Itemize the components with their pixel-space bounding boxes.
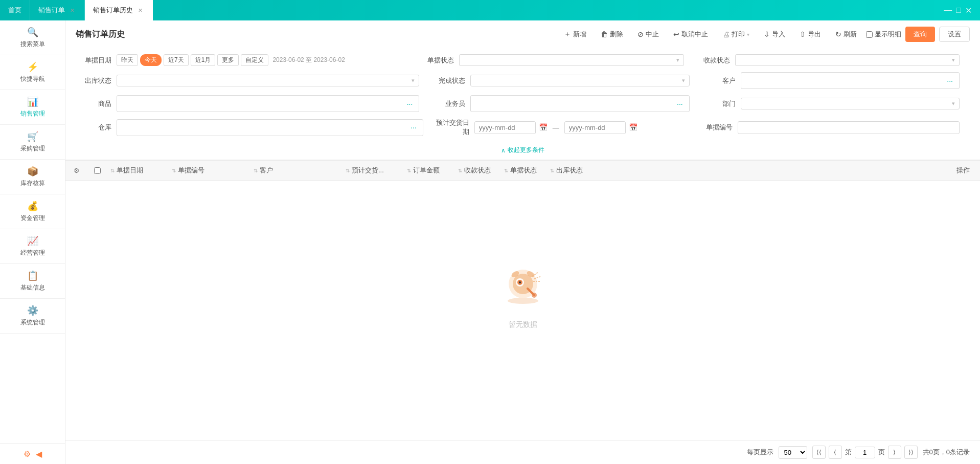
status-select[interactable]: ▾ bbox=[459, 54, 683, 66]
th-checkbox[interactable] bbox=[88, 167, 106, 174]
sidebar-item-finance[interactable]: 💰 资金管理 bbox=[0, 194, 65, 229]
sidebar-item-quicknav[interactable]: ⚡ 快捷导航 bbox=[0, 55, 65, 90]
new-button[interactable]: ＋ 新增 bbox=[559, 28, 591, 41]
date-btn-yesterday[interactable]: 昨天 bbox=[117, 54, 138, 66]
th-customer[interactable]: ⇅ 客户 bbox=[249, 166, 341, 175]
th-sort-customer-icon: ⇅ bbox=[254, 168, 258, 173]
th-num[interactable]: ⇅ 单据编号 bbox=[168, 166, 249, 175]
delete-button[interactable]: 🗑 删除 bbox=[596, 28, 628, 41]
minimize-icon[interactable]: — bbox=[944, 6, 952, 15]
refresh-button[interactable]: ↻ 刷新 bbox=[830, 28, 862, 41]
th-amount[interactable]: ⇅ 订单金额 bbox=[403, 166, 454, 175]
salesman-label: 业务员 bbox=[429, 99, 470, 108]
first-page-button[interactable]: ⟨⟨ bbox=[812, 446, 826, 459]
salesman-input[interactable] bbox=[475, 98, 675, 109]
collapse-sidebar-icon[interactable]: ◀ bbox=[36, 449, 42, 459]
settings-bottom-icon[interactable]: ⚙ bbox=[24, 449, 31, 459]
date-btn-custom[interactable]: 自定义 bbox=[241, 54, 268, 66]
ship-status-arrow-icon: ▾ bbox=[412, 77, 415, 84]
customer-dots-icon[interactable]: ··· bbox=[945, 77, 955, 85]
calendar-to-icon[interactable]: 📅 bbox=[629, 123, 637, 131]
sidebar-item-inventory[interactable]: 📦 库存核算 bbox=[0, 160, 65, 194]
cancel-stop-button[interactable]: ↩ 取消中止 bbox=[668, 28, 713, 41]
collapse-button[interactable]: ∧ 收起更多条件 bbox=[501, 146, 544, 154]
maximize-icon[interactable]: □ bbox=[956, 6, 961, 15]
tab-sales-order[interactable]: 销售订单 ✕ bbox=[30, 0, 85, 20]
th-pay-status[interactable]: ⇅ 收款状态 bbox=[454, 166, 500, 175]
th-date-label: 单据日期 bbox=[117, 166, 143, 175]
sidebar-item-search[interactable]: 🔍 搜索菜单 bbox=[0, 20, 65, 55]
last-page-button[interactable]: ⟩⟩ bbox=[904, 446, 918, 459]
sales-icon: 📊 bbox=[27, 96, 38, 107]
table-footer: 每页显示 50 20 100 ⟨⟨ ⟨ 第 页 ⟩ ⟩⟩ 共0页，0条记录 bbox=[65, 440, 980, 464]
tab-sales-order-history-close[interactable]: ✕ bbox=[136, 6, 144, 14]
sidebar-item-finance-label: 资金管理 bbox=[20, 214, 45, 223]
settings-button[interactable]: 设置 bbox=[939, 27, 970, 42]
sidebar-item-operation[interactable]: 📈 经营管理 bbox=[0, 229, 65, 264]
per-page-select[interactable]: 50 20 100 bbox=[779, 446, 807, 459]
salesman-dots-icon[interactable]: ··· bbox=[675, 100, 685, 108]
th-settings-icon[interactable]: ⚙ bbox=[65, 167, 88, 174]
tab-sales-order-history[interactable]: 销售订单历史 ✕ bbox=[85, 0, 153, 20]
sidebar-item-purchase-label: 采购管理 bbox=[20, 144, 45, 153]
customer-input[interactable] bbox=[745, 75, 945, 86]
tab-home[interactable]: + 新增 首页 bbox=[0, 0, 30, 20]
complete-status-select[interactable]: ▾ bbox=[470, 75, 689, 86]
warehouse-label: 仓库 bbox=[76, 123, 117, 132]
warehouse-dots-icon[interactable]: ··· bbox=[408, 123, 419, 131]
date-range-text: 2023-06-02 至 2023-06-02 bbox=[272, 56, 345, 64]
th-op-label: 操作 bbox=[956, 166, 970, 175]
delivery-date-from[interactable] bbox=[474, 121, 536, 134]
sidebar-item-system[interactable]: ⚙️ 系统管理 bbox=[0, 299, 65, 334]
filter-row-3: 商品 ··· 业务员 ··· 部门 ▾ bbox=[76, 95, 970, 112]
stop-button[interactable]: ⊘ 中止 bbox=[632, 28, 664, 41]
sidebar-item-purchase[interactable]: 🛒 采购管理 bbox=[0, 125, 65, 160]
page-number-input[interactable] bbox=[855, 447, 875, 458]
th-sort-pay-icon: ⇅ bbox=[458, 168, 462, 173]
close-icon[interactable]: ✕ bbox=[965, 6, 972, 15]
receipt-status-select[interactable]: ▾ bbox=[735, 54, 960, 66]
sidebar-item-quicknav-label: 快捷导航 bbox=[20, 75, 45, 83]
import-button[interactable]: ⇩ 导入 bbox=[759, 28, 790, 41]
th-order-status-label: 单据状态 bbox=[510, 166, 537, 175]
date-btn-today[interactable]: 今天 bbox=[140, 54, 162, 66]
date-btn-more[interactable]: 更多 bbox=[217, 54, 239, 66]
customer-label: 客户 bbox=[700, 76, 741, 85]
sidebar-item-basic[interactable]: 📋 基础信息 bbox=[0, 264, 65, 299]
department-select[interactable]: ▾ bbox=[741, 98, 960, 109]
goods-dots-icon[interactable]: ··· bbox=[405, 100, 415, 108]
order-num-input[interactable] bbox=[738, 121, 960, 134]
delivery-date-to[interactable] bbox=[564, 121, 626, 134]
query-button[interactable]: 查询 bbox=[905, 27, 935, 42]
date-btn-7days[interactable]: 近7天 bbox=[164, 54, 189, 66]
th-order-status[interactable]: ⇅ 单据状态 bbox=[500, 166, 546, 175]
th-num-label: 单据编号 bbox=[178, 166, 204, 175]
tab-sales-order-close[interactable]: ✕ bbox=[68, 6, 76, 14]
date-btn-1month[interactable]: 近1月 bbox=[191, 54, 216, 66]
goods-input[interactable] bbox=[121, 98, 405, 109]
ship-status-select[interactable]: ▾ bbox=[117, 75, 419, 86]
top-bar: + 新增 首页 销售订单 ✕ 销售订单历史 ✕ — □ ✕ bbox=[0, 0, 980, 20]
new-icon: ＋ bbox=[564, 30, 571, 39]
calendar-from-icon[interactable]: 📅 bbox=[539, 123, 548, 131]
stop-label: 中止 bbox=[646, 30, 659, 39]
sidebar-item-search-label: 搜索菜单 bbox=[20, 40, 45, 49]
filter-row-2: 出库状态 ▾ 完成状态 ▾ 客户 ··· bbox=[76, 72, 970, 89]
display-detail-checkbox-label[interactable]: 显示明细 bbox=[866, 30, 901, 39]
th-date[interactable]: ⇅ 单据日期 bbox=[106, 166, 168, 175]
warehouse-input[interactable] bbox=[121, 122, 408, 134]
sidebar-item-sales[interactable]: 📊 销售管理 bbox=[0, 90, 65, 125]
next-page-button[interactable]: ⟩ bbox=[888, 446, 901, 459]
th-delivery[interactable]: ⇅ 预计交货... bbox=[341, 166, 403, 175]
select-all-checkbox[interactable] bbox=[94, 167, 101, 174]
sidebar-item-operation-label: 经营管理 bbox=[20, 249, 45, 257]
prev-page-button[interactable]: ⟨ bbox=[829, 446, 842, 459]
sidebar-bottom: ⚙ ◀ bbox=[0, 444, 65, 464]
quicknav-icon: ⚡ bbox=[27, 61, 38, 73]
status-label: 单据状态 bbox=[418, 56, 459, 65]
display-detail-checkbox[interactable] bbox=[866, 31, 873, 38]
export-button[interactable]: ⇧ 导出 bbox=[794, 28, 826, 41]
print-button[interactable]: 🖨 打印 ▾ bbox=[717, 28, 755, 41]
purchase-icon: 🛒 bbox=[27, 131, 38, 142]
th-ship-status[interactable]: ⇅ 出库状态 bbox=[546, 166, 592, 175]
